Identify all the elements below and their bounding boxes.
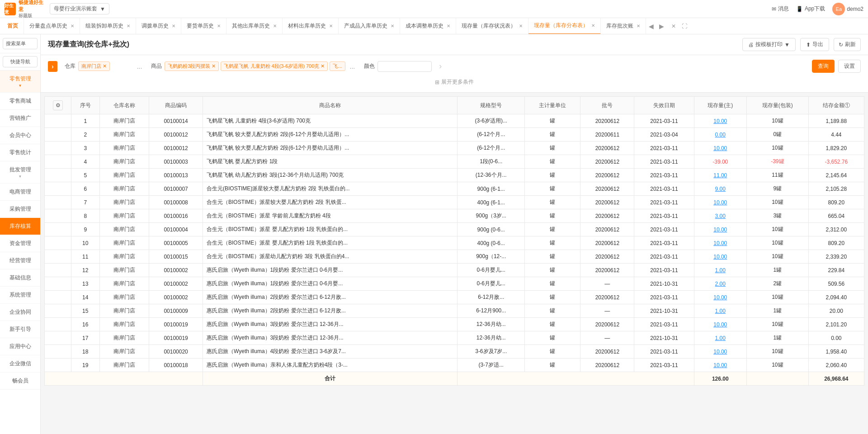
- sidebar-item-app-center[interactable]: 应用中心: [0, 338, 40, 355]
- cell-stock-main[interactable]: 9.00: [694, 182, 746, 196]
- tab-yao-huo[interactable]: 要货单历史 ✕: [181, 18, 226, 34]
- color-input[interactable]: [377, 61, 432, 72]
- product-tag-close[interactable]: ✕: [212, 63, 216, 69]
- cell-stock-main[interactable]: 1.00: [694, 304, 746, 318]
- warehouse-ellipsis[interactable]: ...: [135, 63, 144, 70]
- cell-stock-main[interactable]: 1.00: [694, 331, 746, 345]
- sidebar-item-inventory[interactable]: 库存核算: [0, 218, 40, 235]
- sidebar-item-member-rewards[interactable]: 畅会员: [0, 373, 40, 390]
- tab-tiao-bo[interactable]: 调拨单历史 ✕: [136, 18, 181, 34]
- tab-close-icon[interactable]: ✕: [519, 24, 523, 28]
- settings-btn[interactable]: 设置: [838, 60, 861, 73]
- sidebar-item-purchase[interactable]: 采购管理: [0, 201, 40, 218]
- cell-stock-main[interactable]: 10.00: [694, 359, 746, 372]
- table-row: 16 南岸门店 00100019 惠氏启旅（Wyeth illuma）3段奶粉 …: [45, 318, 864, 331]
- cell-stock-main[interactable]: 0.00: [694, 128, 746, 142]
- print-btn[interactable]: 🖨 按模板打印 ▼: [742, 38, 796, 51]
- sidebar-item-enterprise-collab[interactable]: 企业协同: [0, 304, 40, 321]
- product-tag-2[interactable]: 飞鹤星飞帆 儿童奶粉 4段(3-6岁适用) 700克 ✕: [221, 61, 328, 71]
- cell-stock-main[interactable]: 3.00: [694, 209, 746, 223]
- tab-close-icon[interactable]: ✕: [217, 24, 221, 28]
- col-settings-icon[interactable]: ⚙: [53, 100, 63, 110]
- cell-stock-main[interactable]: 2.00: [694, 277, 746, 291]
- nav-expand-icon[interactable]: ⛶: [679, 21, 689, 31]
- filter-collapse-icon[interactable]: ›: [439, 61, 442, 71]
- tab-kucun-status[interactable]: 现存量（库存状况表） ✕: [456, 18, 528, 34]
- tab-close-icon[interactable]: ✕: [391, 24, 394, 28]
- th-balance: 结存金额①: [808, 97, 864, 114]
- tab-product-in[interactable]: 产成品入库单历史 ✕: [339, 18, 400, 34]
- sidebar-item-finance[interactable]: 资金管理: [0, 235, 40, 252]
- cell-stock-main[interactable]: 10.00: [694, 345, 746, 359]
- warehouse-tag-1[interactable]: 南岸门店 ✕: [78, 61, 110, 71]
- nav-prev-arrow[interactable]: ◀: [646, 23, 656, 30]
- cell-expire: 2021-03-11: [634, 209, 694, 223]
- cell-stock-main[interactable]: 1.00: [694, 264, 746, 277]
- tab-close-icon[interactable]: ✕: [273, 24, 277, 28]
- cell-stock-main[interactable]: -39.00: [694, 155, 746, 169]
- sidebar-item-retail-stats[interactable]: 零售统计: [0, 144, 40, 161]
- sidebar-item-member-center[interactable]: 会员中心: [0, 127, 40, 144]
- refresh-btn[interactable]: ↻ 刷新: [834, 38, 861, 51]
- cell-stock-main[interactable]: 11.00: [694, 169, 746, 182]
- cell-no: 13: [71, 277, 99, 291]
- export-btn[interactable]: ⬆ 导出: [800, 38, 829, 51]
- tab-close-icon[interactable]: ✕: [447, 24, 450, 28]
- filter-toggle-btn[interactable]: ›: [48, 61, 57, 72]
- tab-material-out[interactable]: 材料出库单历史 ✕: [283, 18, 339, 34]
- tab-kucun-batch[interactable]: 库存批次账 ✕: [601, 18, 646, 34]
- search-menu-btn[interactable]: 搜索菜单: [3, 38, 38, 49]
- cell-stock-main[interactable]: 10.00: [694, 142, 746, 155]
- product-tag-label: 飞...: [333, 63, 342, 70]
- top-bar: 好生意 畅捷通好生意 标题版 母婴行业演示账套 ▼ ✉ 消息 📱 App下载 E…: [0, 0, 868, 18]
- query-btn[interactable]: 查询: [812, 60, 835, 73]
- cell-code: 00100007: [149, 182, 203, 196]
- messages-btn[interactable]: ✉ 消息: [772, 5, 789, 13]
- product-tag-1[interactable]: 飞鹤奶粉3段丙摆装 ✕: [165, 61, 219, 71]
- quick-nav-btn[interactable]: 快捷导航: [3, 56, 38, 67]
- tab-kucun-dist[interactable]: 现存量（库存分布表） ✕: [528, 18, 601, 34]
- tab-close-icon[interactable]: ✕: [127, 24, 130, 28]
- tab-close-icon[interactable]: ✕: [591, 23, 595, 28]
- tab-close-icon[interactable]: ✕: [71, 24, 74, 28]
- sidebar-item-ecommerce[interactable]: 电商管理: [0, 184, 40, 201]
- sidebar-item-marketing[interactable]: 营销推广: [0, 110, 40, 127]
- cell-stock-main[interactable]: 10.00: [694, 250, 746, 264]
- tab-other-out[interactable]: 其他出库单历史 ✕: [226, 18, 283, 34]
- tab-close-icon[interactable]: ✕: [637, 24, 640, 28]
- cell-stock-main[interactable]: 10.00: [694, 114, 746, 128]
- user-profile[interactable]: Ea demo2: [832, 3, 863, 15]
- sidebar-item-operations[interactable]: 经营管理: [0, 252, 40, 269]
- warehouse-tag-close[interactable]: ✕: [103, 63, 107, 69]
- cell-stock-main[interactable]: 10.00: [694, 318, 746, 331]
- sidebar-item-new-guide[interactable]: 新手引导: [0, 321, 40, 338]
- product-tag-close[interactable]: ✕: [321, 63, 325, 69]
- app-download-btn[interactable]: 📱 App下载: [796, 5, 825, 13]
- sidebar-item-retail-shop[interactable]: 零售商城: [0, 93, 40, 110]
- cell-expire: 2021-03-11: [634, 169, 694, 182]
- cell-code: 00100014: [149, 114, 203, 128]
- cell-stock-main[interactable]: 10.00: [694, 223, 746, 236]
- tab-home[interactable]: 首页: [2, 18, 24, 34]
- sidebar-item-enterprise-wechat[interactable]: 企业微信: [0, 355, 40, 373]
- tab-fen-pan[interactable]: 分量盘点单历史 ✕: [24, 18, 80, 34]
- cell-stock-main[interactable]: 10.00: [694, 196, 746, 209]
- nav-close-icon[interactable]: ✕: [669, 21, 679, 31]
- tab-cost-adj[interactable]: 成本调整单历史 ✕: [400, 18, 456, 34]
- sidebar-item-retail-mgmt[interactable]: 零售管理 ▼: [0, 71, 40, 93]
- sidebar-item-system[interactable]: 系统管理: [0, 287, 40, 304]
- tab-close-icon[interactable]: ✕: [172, 24, 175, 28]
- cell-code: 00100015: [149, 250, 203, 264]
- nav-next-arrow[interactable]: ▶: [656, 23, 667, 30]
- cell-stock-main[interactable]: 10.00: [694, 236, 746, 250]
- product-ellipsis[interactable]: ...: [348, 63, 357, 70]
- th-spec: 规格型号: [458, 97, 525, 114]
- sidebar-item-wholesale-mgmt[interactable]: 批发管理 ▼: [0, 161, 40, 184]
- account-selector[interactable]: 母婴行业演示账套 ▼: [50, 3, 109, 14]
- tab-zu-chai[interactable]: 组装拆卸单历史 ✕: [80, 18, 136, 34]
- print-label: 按模板打印: [755, 41, 783, 48]
- tab-close-icon[interactable]: ✕: [329, 24, 333, 28]
- cell-stock-main[interactable]: 10.00: [694, 291, 746, 304]
- expand-more-btn[interactable]: ⊞ 展开更多条件: [48, 76, 861, 88]
- sidebar-item-basic-info[interactable]: 基础信息: [0, 269, 40, 287]
